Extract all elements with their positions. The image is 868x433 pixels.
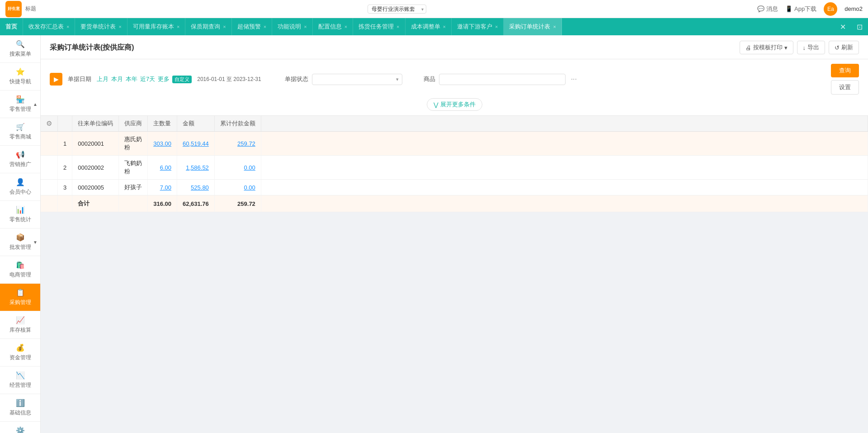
date-this-month[interactable]: 本月 xyxy=(111,75,123,83)
expand-icon: ⋁ xyxy=(434,101,439,108)
filter-toggle-btn[interactable]: ▶ xyxy=(50,73,62,86)
tab-config-info[interactable]: 配置信息 × xyxy=(313,18,353,35)
message-icon: 💬 xyxy=(757,5,764,12)
date-custom-tag[interactable]: 自定义 xyxy=(172,76,192,83)
close-cost-adjust[interactable]: × xyxy=(443,24,446,29)
retail-mgmt-icon: 🏪 xyxy=(16,95,25,104)
column-settings-icon[interactable]: ⚙ xyxy=(46,119,52,127)
close-order-stat[interactable]: × xyxy=(118,24,121,29)
workspace-select[interactable]: 母婴行业演示账套 xyxy=(368,5,426,14)
table-header-row: ⚙ 往来单位编码 供应商 主数量 金额 累计付款金额 xyxy=(41,116,868,132)
sidebar-item-member-center[interactable]: 👤 会员中心 xyxy=(0,173,40,201)
sidebar-item-inventory[interactable]: 📈 库存核算 xyxy=(0,311,40,339)
settings-button[interactable]: 设置 xyxy=(831,80,859,95)
footer-main-qty: 316.00 xyxy=(148,195,177,212)
sidebar-item-marketing[interactable]: 📢 营销推广 xyxy=(0,146,40,173)
tab-home[interactable]: 首页 xyxy=(0,18,23,35)
sidebar-item-basic-info[interactable]: ℹ️ 基础信息 xyxy=(0,394,40,422)
username-label[interactable]: demo2 xyxy=(844,5,863,12)
inventory-icon: 📈 xyxy=(16,316,25,324)
close-available-stock[interactable]: × xyxy=(177,24,179,29)
sidebar-item-ops-mgmt[interactable]: 📉 经营管理 xyxy=(0,366,40,394)
sidebar-item-search[interactable]: 🔍 搜索菜单 xyxy=(0,35,40,63)
sidebar-item-finance[interactable]: 💰 资金管理 xyxy=(0,339,40,366)
tab-purchase-stat[interactable]: 采购订单统计表 × xyxy=(504,18,561,35)
close-purchase-stat[interactable]: × xyxy=(553,24,556,29)
status-select-wrap[interactable] xyxy=(312,74,402,85)
sidebar-item-retail-mgmt[interactable]: 🏪 零售管理 ▲ xyxy=(0,90,40,118)
top-right: 💬 消息 📱 App下载 Ea demo2 xyxy=(757,2,863,16)
row-amount: 525.80 xyxy=(177,180,215,195)
tab-overstock-alert[interactable]: 超储预警 × xyxy=(232,18,272,35)
workspace-selector[interactable]: 母婴行业演示账套 xyxy=(368,5,426,14)
close-invite-downstream[interactable]: × xyxy=(495,24,498,29)
top-bar: 好生意 标题 母婴行业演示账套 💬 消息 📱 App下载 Ea demo2 xyxy=(0,0,868,18)
sidebar: 🔍 搜索菜单 ⭐ 快捷导航 🏪 零售管理 ▲ 🛒 零售商城 📢 营销推广 👤 会… xyxy=(0,35,41,433)
date-last-month[interactable]: 上月 xyxy=(97,75,108,83)
tab-pick-task[interactable]: 拣货任务管理 × xyxy=(353,18,405,35)
refresh-button[interactable]: ↺ 刷新 xyxy=(829,41,859,54)
tab-available-stock[interactable]: 可用量库存账本 × xyxy=(127,18,185,35)
nav-right-controls: ✕ ⊡ xyxy=(835,18,868,35)
tab-function-desc[interactable]: 功能说明 × xyxy=(272,18,312,35)
nav-restore-btn[interactable]: ⊡ xyxy=(851,18,868,35)
sidebar-item-retail-stat[interactable]: 📊 零售统计 xyxy=(0,201,40,228)
tab-order-stat[interactable]: 要货单统计表 × xyxy=(75,18,127,35)
row-counterpart-code: 00020002 xyxy=(72,156,119,180)
print-button[interactable]: 🖨 按模板打印 ▾ xyxy=(740,41,793,54)
row-amount: 60,519.44 xyxy=(177,132,215,156)
row-amount: 1,586.52 xyxy=(177,156,215,180)
status-select[interactable] xyxy=(312,74,402,85)
footer-label-cell: 合计 xyxy=(72,195,119,212)
row-spacer xyxy=(261,156,868,180)
purchase-mgmt-icon: 📋 xyxy=(16,288,25,297)
finance-icon: 💰 xyxy=(16,343,25,352)
tab-expiry-query[interactable]: 保质期查询 × xyxy=(185,18,231,35)
tab-invite-downstream[interactable]: 邀请下游客户 × xyxy=(452,18,504,35)
date-more[interactable]: 更多 xyxy=(158,75,170,83)
date-this-year[interactable]: 本年 xyxy=(126,75,137,83)
close-pick-task[interactable]: × xyxy=(396,24,399,29)
page-header: 采购订单统计表(按供应商) 🖨 按模板打印 ▾ ↓ 导出 ↺ 刷新 xyxy=(41,35,868,59)
col-supplier: 供应商 xyxy=(119,116,148,132)
expand-conditions-btn[interactable]: ⋁ 展开更多条件 xyxy=(427,98,482,111)
sidebar-item-retail-store[interactable]: 🛒 零售商城 xyxy=(0,118,40,146)
filter-row2: ⋁ 展开更多条件 xyxy=(50,98,859,111)
date-last-7days[interactable]: 近7天 xyxy=(140,75,155,83)
row-cumulative-paid: 0.00 xyxy=(214,156,261,180)
close-collect-send[interactable]: × xyxy=(66,24,69,29)
sidebar-item-quick-nav[interactable]: ⭐ 快捷导航 xyxy=(0,63,40,90)
retail-stat-icon: 📊 xyxy=(16,205,25,214)
row-gear xyxy=(41,132,58,156)
export-button[interactable]: ↓ 导出 xyxy=(797,41,826,54)
sidebar-item-purchase-mgmt[interactable]: 📋 采购管理 xyxy=(0,284,40,311)
message-btn[interactable]: 💬 消息 xyxy=(757,5,778,13)
nav-close-btn[interactable]: ✕ xyxy=(835,18,851,35)
export-icon: ↓ xyxy=(803,44,806,51)
col-amount: 金额 xyxy=(177,116,215,132)
close-overstock-alert[interactable]: × xyxy=(264,24,266,29)
quick-nav-icon: ⭐ xyxy=(16,67,25,76)
sidebar-item-ecom-mgmt[interactable]: 🛍️ 电商管理 xyxy=(0,256,40,284)
header-actions: 🖨 按模板打印 ▾ ↓ 导出 ↺ 刷新 xyxy=(740,41,859,54)
col-spacer xyxy=(261,116,868,132)
basic-info-icon: ℹ️ xyxy=(16,399,25,407)
query-button[interactable]: 查询 xyxy=(831,64,859,77)
goods-label: 商品 xyxy=(424,75,435,83)
sidebar-item-wholesale-mgmt[interactable]: 📦 批发管理 ▼ xyxy=(0,228,40,256)
main-layout: 🔍 搜索菜单 ⭐ 快捷导航 🏪 零售管理 ▲ 🛒 零售商城 📢 营销推广 👤 会… xyxy=(0,35,868,433)
goods-input[interactable] xyxy=(439,74,566,85)
close-function-desc[interactable]: × xyxy=(304,24,307,29)
close-config-info[interactable]: × xyxy=(344,24,347,29)
query-actions: 查询 设置 xyxy=(831,64,859,95)
data-table: ⚙ 往来单位编码 供应商 主数量 金额 累计付款金额 1 00020001 惠氏… xyxy=(41,116,868,212)
app-download-btn[interactable]: 📱 App下载 xyxy=(785,5,816,13)
tab-collect-send[interactable]: 收发存汇总表 × xyxy=(23,18,75,35)
print-dropdown-icon: ▾ xyxy=(784,44,788,51)
sidebar-item-sys-mgmt[interactable]: ⚙️ 系统管理 xyxy=(0,422,40,433)
close-expiry-query[interactable]: × xyxy=(223,24,226,29)
goods-more-btn[interactable]: ··· xyxy=(571,75,577,83)
marketing-icon: 📢 xyxy=(16,150,25,159)
footer-gear-cell xyxy=(41,195,58,212)
tab-cost-adjust[interactable]: 成本调整单 × xyxy=(406,18,452,35)
